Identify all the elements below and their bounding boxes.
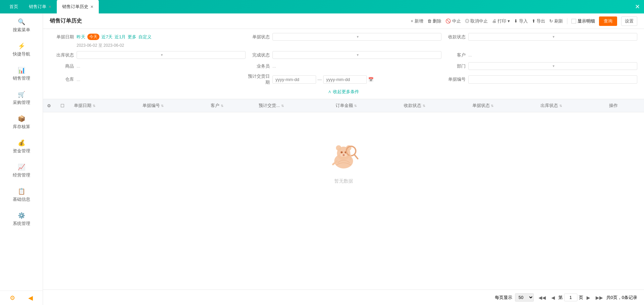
th-expected-date-label: 预计交货... <box>259 103 280 108</box>
sort-order-amount-icon[interactable]: ⇅ <box>354 104 357 108</box>
last-page-button[interactable]: ▶▶ <box>594 294 605 301</box>
first-page-button[interactable]: ◀◀ <box>536 294 548 301</box>
bill-no-input[interactable] <box>468 75 637 84</box>
query-button[interactable]: 查询 <box>599 16 617 26</box>
th-settings[interactable]: ⚙ <box>43 99 56 112</box>
shortcut-custom[interactable]: 自定义 <box>138 34 152 40</box>
tab-home-label: 首页 <box>9 4 18 10</box>
import-button[interactable]: ⬇ 导入 <box>514 18 528 24</box>
sidebar-item-finance[interactable]: 💰 资金管理 <box>0 135 43 159</box>
sidebar-item-basic-info[interactable]: 📋 基础信息 <box>0 183 43 207</box>
sort-bill-status-icon[interactable]: ⇅ <box>491 104 493 108</box>
th-bill-status[interactable]: 单据状态 ⇅ <box>468 99 537 112</box>
tab-home[interactable]: 首页 <box>4 0 24 13</box>
sidebar-item-quick-nav[interactable]: ⚡ 快捷导航 <box>0 38 43 62</box>
expected-date-to[interactable] <box>323 75 367 84</box>
department-select[interactable]: ▾ <box>468 62 637 70</box>
shortcut-last7[interactable]: 近7天 <box>101 34 113 40</box>
th-checkbox[interactable]: ☐ <box>56 99 70 112</box>
sidebar-item-finance-label: 资金管理 <box>13 148 30 154</box>
filter-section-bill-no: 单据编号 <box>441 75 637 84</box>
sidebar-collapse-icon[interactable]: ◀ <box>28 294 33 302</box>
complete-status-label: 完成状态 <box>246 52 272 58</box>
sort-customer-icon[interactable]: ⇅ <box>221 104 223 108</box>
search-menu-icon: 🔍 <box>18 18 25 26</box>
next-page-button[interactable]: ▶ <box>585 294 592 301</box>
page-label-before: 第 <box>558 295 563 301</box>
warehouse-input[interactable]: ... <box>77 77 80 82</box>
sidebar-item-purchase-mgmt[interactable]: 🛒 采购管理 <box>0 86 43 110</box>
svg-line-10 <box>354 155 358 159</box>
per-page-select[interactable]: 50 10 20 100 <box>515 293 534 302</box>
date-filter-value: 昨天 今天 近7天 近1月 更多 自定义 <box>77 34 246 40</box>
print-dropdown-icon[interactable]: ▾ <box>508 18 510 24</box>
prev-page-button[interactable]: ◀ <box>549 294 557 301</box>
th-receipt-status[interactable]: 收款状态 ⇅ <box>400 99 468 112</box>
sort-expected-date-icon[interactable]: ⇅ <box>281 104 284 108</box>
sidebar-bottom: ⚙ ◀ <box>0 291 43 305</box>
product-input[interactable]: ... <box>77 64 80 69</box>
customer-value: ... <box>468 52 637 58</box>
tab-sales-order-label: 销售订单 <box>29 4 46 10</box>
shortcut-last1month[interactable]: 近1月 <box>115 34 126 40</box>
tab-sales-order[interactable]: 销售订单 ✕ <box>24 0 57 13</box>
collapse-bar[interactable]: ∧ 收起更多条件 <box>50 89 637 95</box>
th-out-status[interactable]: 出库状态 ⇅ <box>536 99 605 112</box>
customer-input[interactable]: ... <box>468 52 472 58</box>
sidebar-item-sys-mgmt[interactable]: ⚙️ 系统管理 <box>0 207 43 231</box>
sidebar-item-operations[interactable]: 📈 经营管理 <box>0 159 43 183</box>
display-detail-checkbox[interactable] <box>571 19 576 24</box>
refresh-button[interactable]: ↻ 刷新 <box>549 18 563 24</box>
expected-date-from[interactable] <box>272 75 316 84</box>
shortcut-today[interactable]: 今天 <box>87 34 99 40</box>
shortcut-yesterday[interactable]: 昨天 <box>77 34 85 40</box>
sidebar-item-sales-mgmt-label: 销售管理 <box>13 75 30 81</box>
th-expected-date[interactable]: 预计交货... ⇅ <box>255 99 332 112</box>
tab-sales-order-history-close[interactable]: ✕ <box>90 5 93 9</box>
settings-button[interactable]: 设置 <box>621 16 637 26</box>
delete-button[interactable]: 🗑 删除 <box>427 18 442 24</box>
print-button[interactable]: 🖨 打印 ▾ <box>492 18 510 24</box>
per-page-label: 每页显示 <box>495 295 512 301</box>
tab-sales-order-history-label: 销售订单历史 <box>62 4 88 10</box>
out-status-label: 出库状态 <box>50 52 77 58</box>
sidebar-item-search-menu[interactable]: 🔍 搜索菜单 <box>0 13 43 38</box>
sort-bill-date-icon[interactable]: ⇅ <box>93 104 95 108</box>
sidebar: 🔍 搜索菜单 ⚡ 快捷导航 📊 销售管理 🛒 采购管理 📦 库存核算 💰 资金管… <box>0 13 43 305</box>
sort-out-status-icon[interactable]: ⇅ <box>559 104 562 108</box>
salesperson-input[interactable]: ... <box>272 64 276 69</box>
sort-bill-no-icon[interactable]: ⇅ <box>161 104 164 108</box>
bill-status-arrow-icon: ▾ <box>357 35 438 39</box>
receipt-status-select[interactable]: ▾ <box>468 33 637 41</box>
calendar-icon-right[interactable]: 📅 <box>368 77 374 82</box>
tab-sales-order-history[interactable]: 销售订单历史 ✕ <box>57 0 99 13</box>
display-detail[interactable]: 显示明细 <box>571 18 595 24</box>
th-customer[interactable]: 客户 ⇅ <box>207 99 255 112</box>
stop-button[interactable]: 🚫 中止 <box>445 18 461 24</box>
data-table: ⚙ ☐ 单据日期 ⇅ 单据编号 ⇅ 客户 ⇅ <box>43 99 644 198</box>
th-order-amount[interactable]: 订单金额 ⇅ <box>332 99 400 112</box>
complete-status-select[interactable]: ▾ <box>272 51 441 59</box>
shortcut-more[interactable]: 更多 <box>128 34 136 40</box>
new-button[interactable]: + 新增 <box>411 18 423 24</box>
th-bill-no[interactable]: 单据编号 ⇅ <box>138 99 207 112</box>
delete-button-label: 🗑 删除 <box>427 18 442 24</box>
cancel-stop-button[interactable]: ◎ 取消中止 <box>465 18 488 24</box>
th-bill-date[interactable]: 单据日期 ⇅ <box>70 99 138 112</box>
current-page-input[interactable] <box>564 294 577 301</box>
sidebar-item-inventory[interactable]: 📦 库存核算 <box>0 110 43 135</box>
collapse-label: ∧ 收起更多条件 <box>328 89 359 94</box>
salesperson-value: ... <box>272 64 441 69</box>
sort-receipt-status-icon[interactable]: ⇅ <box>423 104 425 108</box>
sidebar-item-sales-mgmt[interactable]: 📊 销售管理 <box>0 62 43 86</box>
out-status-select[interactable]: ▾ <box>77 51 246 59</box>
sidebar-item-quick-nav-label: 快捷导航 <box>13 51 30 57</box>
window-close-button[interactable]: ✕ <box>635 3 640 10</box>
filter-section-date: 单据日期 昨天 今天 近7天 近1月 更多 自定义 <box>50 34 246 40</box>
export-button[interactable]: ⬆ 导出 <box>532 18 546 24</box>
bill-status-select[interactable]: ▾ <box>272 33 441 41</box>
sidebar-settings-icon[interactable]: ⚙ <box>10 294 15 302</box>
tab-sales-order-close[interactable]: ✕ <box>48 5 51 9</box>
topbar-right: ✕ <box>635 3 640 10</box>
sidebar-item-basic-info-label: 基础信息 <box>13 196 30 202</box>
